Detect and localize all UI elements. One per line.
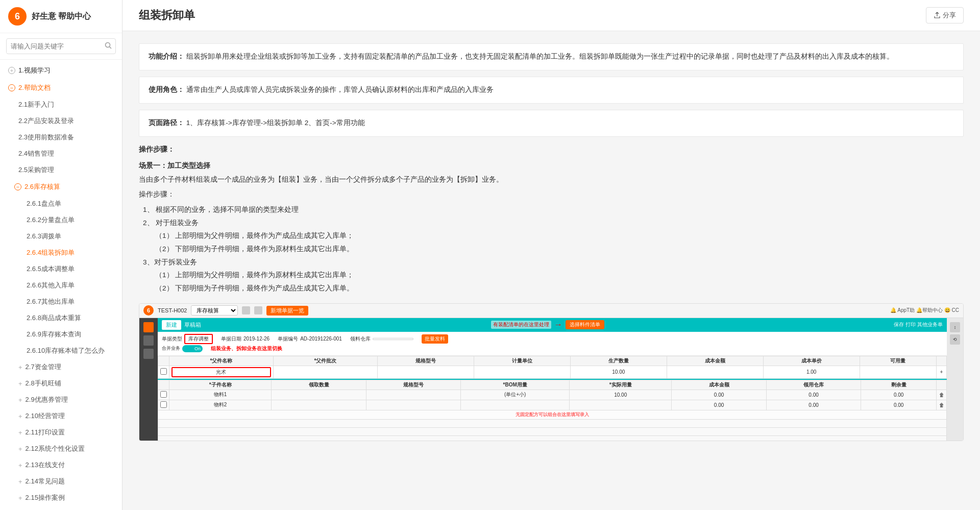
sidebar-item-sales[interactable]: 2.4销售管理 xyxy=(18,145,122,162)
sidebar-item-print[interactable]: + 2.11打印设置 xyxy=(18,424,122,441)
ss-tab-new[interactable]: 新建 xyxy=(162,320,181,330)
ss-new-btn[interactable]: 新增单据一览 xyxy=(266,306,308,315)
ss-tab-draft[interactable]: 草稿箱 xyxy=(184,321,201,329)
sidebar-item-mobile-label: 2.8手机旺铺 xyxy=(26,379,61,388)
ss-id-value: AD-20191226-001 xyxy=(300,336,342,342)
ss-doc-header: 新建 草稿箱 有装配清单的在这里处理 → 选择料件清单 保存 打印 其他业务单 xyxy=(158,318,947,332)
ss-col-spec: 规格型号 xyxy=(377,356,474,366)
ss-sub-row1-wh: 0.00 xyxy=(766,390,861,400)
sidebar-item-faq[interactable]: + 2.14常见问题 xyxy=(18,473,122,490)
toggle-on-label: On xyxy=(194,346,201,351)
ss-topbar-id: TEST-H002 xyxy=(158,307,187,313)
sidebar-item-finance[interactable]: + 2.7资金管理 xyxy=(18,359,122,375)
sub-row2-check[interactable] xyxy=(160,401,167,408)
sidebar-item-other-in-label: 2.6.6其他入库单 xyxy=(27,281,75,290)
page-title: 组装拆卸单 xyxy=(139,8,195,23)
ss-sub-row2-wh: 0.00 xyxy=(766,400,861,410)
sidebar-item-other-out[interactable]: 2.6.7其他出库单 xyxy=(27,294,122,310)
sidebar-item-assembly[interactable]: 2.6.4组装拆卸单 xyxy=(27,245,122,261)
path-label: 页面路径： xyxy=(149,119,184,127)
sidebar-item-other-out-label: 2.6.7其他出库单 xyxy=(27,297,75,306)
sidebar-item-videos-label: 1.视频学习 xyxy=(18,66,51,75)
sidebar-item-inventory[interactable]: − 2.6库存核算 xyxy=(14,178,122,196)
step2-text: 对于组装业务 xyxy=(156,219,199,227)
path-text: 1、库存核算->库存管理->组装拆卸单 2、首页->常用功能 xyxy=(186,119,365,127)
sidebar-item-prereqs[interactable]: 2.3使用前数据准备 xyxy=(18,129,122,145)
share-button[interactable]: 分享 xyxy=(926,7,964,23)
ss-right-panel: ↕ ⟲ xyxy=(947,318,963,441)
ss-sub-row1-name: 物料1 xyxy=(169,390,272,400)
ss-icon2 xyxy=(254,306,262,314)
sidebar-item-partial-stock[interactable]: 2.6.2分量盘点单 xyxy=(27,212,122,228)
step3-text: 3、对于拆装业务 xyxy=(143,258,197,266)
ss-row2: 合并业务 On 组装业务、拆卸业务在这里切换 xyxy=(162,345,943,352)
ss-warehouse-value[interactable] xyxy=(373,338,413,340)
ss-col-qty: 生产数量 xyxy=(570,356,667,366)
sys-config-plus-icon: + xyxy=(18,445,22,453)
assemble-sub1-text: 上部明细为父件明细，最终作为产成品生成其它入库单； xyxy=(175,232,354,239)
ss-col-action xyxy=(937,356,947,366)
sidebar-item-online-pay[interactable]: + 2.13在线支付 xyxy=(18,457,122,473)
logo-icon: 6 xyxy=(8,7,27,26)
ss-sub-table-area: *子件名称 领取数量 规格型号 *BOM用量 *实际用量 成本金额 领用仓库 剩… xyxy=(158,379,947,441)
ss-sub-col-bom: *BOM用量 xyxy=(461,380,570,390)
sub-row1-check[interactable] xyxy=(160,391,167,398)
sidebar-item-stock-error-label: 2.6.10库存账本错了怎么办 xyxy=(27,346,105,355)
ss-col-check xyxy=(158,356,169,366)
ss-row-unit xyxy=(474,366,570,378)
ss-toggle[interactable]: On xyxy=(182,345,203,352)
sidebar-item-stock-error[interactable]: 2.6.10库存账本错了怎么办 xyxy=(27,343,122,359)
search-input[interactable] xyxy=(7,39,101,53)
step1-text: 根据不同的业务，选择不同单据的类型来处理 xyxy=(156,206,299,213)
operations-plus-icon: + xyxy=(18,412,22,420)
vouchers-plus-icon: + xyxy=(18,396,22,404)
sidebar-item-transfer[interactable]: 2.6.3调拨单 xyxy=(27,228,122,245)
sidebar-item-newcomer-label: 2.1新手入门 xyxy=(18,100,54,109)
sidebar-item-purchase[interactable]: 2.5采购管理 xyxy=(18,162,122,178)
sidebar-item-stock-query[interactable]: 2.6.9库存账本查询 xyxy=(27,326,122,343)
sidebar-item-sys-config-label: 2.12系统个性化设置 xyxy=(26,444,85,453)
assemble-sub1-label: （1） xyxy=(155,232,174,239)
sidebar-item-cost-adjust-label: 2.6.5成本调整单 xyxy=(27,264,75,274)
sidebar-item-mobile[interactable]: + 2.8手机旺铺 xyxy=(18,375,122,392)
step1: 1、 根据不同的业务，选择不同单据的类型来处理 xyxy=(143,203,964,216)
sidebar-item-prereqs-label: 2.3使用前数据准备 xyxy=(18,133,74,142)
sidebar-item-cost-calc[interactable]: 2.6.8商品成本重算 xyxy=(27,310,122,326)
assemble-sub1: （1） 上部明细为父件明细，最终作为产成品生成其它入库单； xyxy=(143,229,964,242)
ss-sub-col-name: *子件名称 xyxy=(169,380,272,390)
ss-batch-btn[interactable]: 批量发料 xyxy=(422,334,448,344)
ss-select-btn[interactable]: 选择料件清单 xyxy=(566,320,604,329)
minus-icon: − xyxy=(8,84,15,91)
sidebar-item-cost-adjust[interactable]: 2.6.5成本调整单 xyxy=(27,261,122,277)
sidebar-item-help-docs[interactable]: − 2.帮助文档 xyxy=(0,79,122,96)
ss-sub-row1-cost: 0.00 xyxy=(672,390,766,400)
func-intro-block: 功能介绍： 组装拆卸单用来处理企业组装或拆卸等加工业务，支持有固定装配清单的产品… xyxy=(139,43,964,70)
finance-plus-icon: + xyxy=(18,363,22,371)
search-button[interactable] xyxy=(101,39,116,54)
ss-left-sidebar xyxy=(139,318,158,441)
ss-header-middle: 有装配清单的在这里处理 → 选择料件清单 xyxy=(491,320,604,329)
ss-row-avail xyxy=(860,366,936,378)
sidebar-item-install[interactable]: 2.2产品安装及登录 xyxy=(18,113,122,129)
sidebar-item-purchase-label: 2.5采购管理 xyxy=(18,165,54,175)
sidebar-item-other-in[interactable]: 2.6.6其他入库单 xyxy=(27,277,122,294)
table-row: 无固定配方可以组合在这里填写录入 xyxy=(158,410,947,419)
func-intro-text: 组装拆卸单用来处理企业组装或拆卸等加工业务，支持有固定装配清单的产品加工业务，也… xyxy=(186,53,894,60)
disassemble-sub2-text: 下部明细为子件明细，最终作为产成品生成其它入库单。 xyxy=(175,284,354,292)
row-checkbox[interactable] xyxy=(160,368,167,375)
ss-sub-table: *子件名称 领取数量 规格型号 *BOM用量 *实际用量 成本金额 领用仓库 剩… xyxy=(158,380,947,441)
sidebar-item-stocktake[interactable]: 2.6.1盘点单 xyxy=(27,196,122,212)
ss-right-icon1: ↕ xyxy=(950,322,960,332)
ss-row-parent-name: 光术 xyxy=(169,366,274,378)
sidebar-item-videos[interactable]: + 1.视频学习 xyxy=(0,62,122,79)
ss-row-parent-input[interactable]: 光术 xyxy=(172,367,271,377)
sidebar-item-vouchers[interactable]: + 2.9优惠券管理 xyxy=(18,392,122,408)
ss-company-select[interactable]: 库存核算 xyxy=(191,305,238,315)
ss-form-area: 单据类型 库存调整 单据日期 2019-12-26 单据编号 AD-201912… xyxy=(158,332,947,356)
ss-col-unit-cost: 成本单价 xyxy=(763,356,860,366)
ss-type-value[interactable]: 库存调整 xyxy=(184,334,213,344)
sidebar-item-cases[interactable]: + 2.15操作案例 xyxy=(18,490,122,506)
sidebar-item-sys-config[interactable]: + 2.12系统个性化设置 xyxy=(18,441,122,457)
sidebar-item-operations[interactable]: + 2.10经营管理 xyxy=(18,408,122,424)
sidebar-item-newcomer[interactable]: 2.1新手入门 xyxy=(18,96,122,113)
